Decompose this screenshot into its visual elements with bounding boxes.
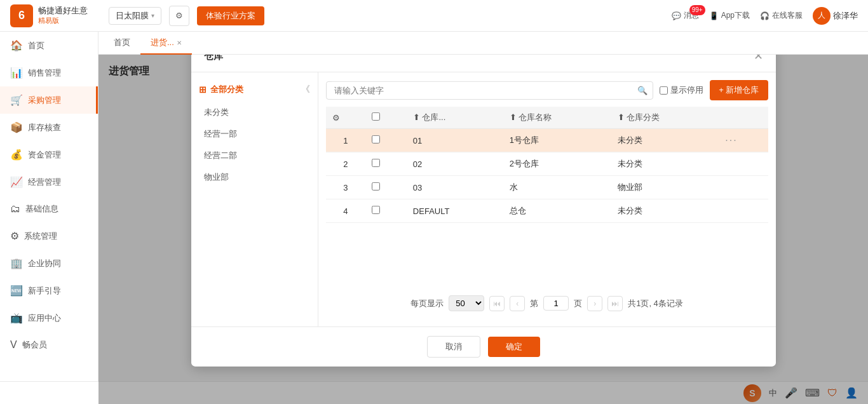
row-code: DEFAULT <box>407 199 503 222</box>
first-page-button[interactable]: ⏮ <box>489 295 505 311</box>
top-header: 6 畅捷通好生意 精易版 日太阳膜 ▾ ⚙ 体验行业方案 💬 消息 99+ 📱 … <box>0 0 868 32</box>
row-code: 03 <box>407 175 503 199</box>
user-item[interactable]: 人 徐泽华 <box>813 7 858 25</box>
row-checkbox[interactable] <box>365 128 407 152</box>
sidebar-item-guide[interactable]: 🆕新手引导 <box>0 277 98 304</box>
pagination-row: 每页显示 50 100 ⏮ ‹ 第 页 › ⏭ 共 <box>326 288 768 319</box>
finance-icon: 💰 <box>10 149 23 161</box>
col-code[interactable]: ⬆ 仓库... <box>407 107 503 129</box>
category-list: 未分类经营一部经营二部物业部 <box>191 102 318 188</box>
app-download-label: App下载 <box>721 10 750 21</box>
total-info: 共1页, 4条记录 <box>628 297 683 309</box>
row-category: 未分类 <box>611 199 719 222</box>
messages-item[interactable]: 💬 消息 99+ <box>672 10 699 21</box>
sort-icon-code: ⬆ <box>413 112 420 122</box>
sidebar-item-sales[interactable]: 📊销售管理 <box>0 59 98 86</box>
col-category[interactable]: ⬆ 仓库分类 <box>611 107 719 129</box>
category-item-未分类[interactable]: 未分类 <box>191 102 318 123</box>
row-index: 4 <box>326 199 366 222</box>
online-service-item[interactable]: 🎧 在线客服 <box>760 10 803 21</box>
inventory-icon: 📦 <box>10 121 23 133</box>
collapse-panel-button[interactable]: 《 <box>301 84 310 95</box>
col-name[interactable]: ⬆ 仓库名称 <box>503 107 611 129</box>
table-row[interactable]: 4 DEFAULT 总仓 未分类 <box>326 199 768 222</box>
sidebar-item-member[interactable]: V畅会员 <box>0 332 98 358</box>
row-more-button[interactable]: ··· <box>725 135 737 145</box>
row-category: 未分类 <box>611 128 719 152</box>
row-select-checkbox[interactable] <box>372 206 380 214</box>
tab-close-icon[interactable]: ✕ <box>177 39 182 46</box>
show-disabled-label: 显示停用 <box>670 84 703 96</box>
tab-home[interactable]: 首页 <box>104 32 140 55</box>
add-warehouse-button[interactable]: + 新增仓库 <box>710 80 768 100</box>
col-checkbox <box>365 107 407 129</box>
table-row[interactable]: 1 01 1号仓库 未分类 ··· <box>326 128 768 152</box>
show-disabled-toggle[interactable]: 显示停用 <box>660 84 703 96</box>
sidebar-item-inventory[interactable]: 📦库存核查 <box>0 114 98 141</box>
select-all-checkbox[interactable] <box>372 112 380 121</box>
sidebar-item-finance[interactable]: 💰资金管理 <box>0 141 98 168</box>
row-action <box>719 175 768 199</box>
sidebar-items: 🏠首页📊销售管理🛒采购管理📦库存核查💰资金管理📈经营管理🗂基础信息⚙系统管理🏢企… <box>0 32 98 358</box>
per-page-select[interactable]: 50 100 <box>449 295 484 311</box>
row-checkbox[interactable] <box>365 199 407 222</box>
row-index: 3 <box>326 175 366 199</box>
category-panel: ⊞ 全部分类 《 未分类经营一部经营二部物业部 <box>191 72 318 327</box>
all-categories-row[interactable]: ⊞ 全部分类 <box>199 84 243 95</box>
table-body: 1 01 1号仓库 未分类 ··· 2 02 2号仓库 未分类 3 03 水 物… <box>326 128 768 222</box>
phone-icon: 📱 <box>709 11 719 20</box>
sidebar-label-inventory: 库存核查 <box>28 122 61 133</box>
base-icon: 🗂 <box>10 203 20 215</box>
show-disabled-checkbox[interactable] <box>660 86 668 94</box>
row-category: 物业部 <box>611 175 719 199</box>
row-select-checkbox[interactable] <box>372 182 380 191</box>
prev-page-button[interactable]: ‹ <box>510 295 525 311</box>
row-checkbox[interactable] <box>365 152 407 175</box>
sidebar-item-system[interactable]: ⚙系统管理 <box>0 222 98 250</box>
tab-purchase[interactable]: 进货...✕ <box>140 32 192 55</box>
sales-icon: 📊 <box>10 67 23 79</box>
sidebar-item-apps[interactable]: 📺应用中心 <box>0 304 98 332</box>
category-item-经营二部[interactable]: 经营二部 <box>191 145 318 166</box>
warehouse-modal: 仓库 ✕ ⊞ 全部分类 《 未分类经营一部经营二部物 <box>191 55 776 367</box>
sidebar-item-purchase[interactable]: 🛒采购管理 <box>0 86 98 114</box>
category-item-经营一部[interactable]: 经营一部 <box>191 123 318 145</box>
row-checkbox[interactable] <box>365 175 407 199</box>
confirm-button[interactable]: 确定 <box>488 337 540 357</box>
settings-col-icon: ⚙ <box>332 112 340 122</box>
category-item-物业部[interactable]: 物业部 <box>191 166 318 188</box>
sort-icon-name: ⬆ <box>510 112 517 122</box>
guide-icon: 🆕 <box>10 285 23 297</box>
row-code: 02 <box>407 152 503 175</box>
row-name: 1号仓库 <box>503 128 611 152</box>
sidebar-item-base[interactable]: 🗂基础信息 <box>0 196 98 222</box>
content-area: 首页 进货...✕ 进货管理 仓库 ✕ <box>98 32 868 404</box>
branch-name: 日太阳膜 <box>116 10 149 22</box>
sidebar-label-finance: 资金管理 <box>28 149 61 161</box>
experience-button[interactable]: 体验行业方案 <box>197 6 264 25</box>
row-select-checkbox[interactable] <box>372 159 380 167</box>
row-category: 未分类 <box>611 152 719 175</box>
search-icon[interactable]: 🔍 <box>637 85 648 95</box>
row-select-checkbox[interactable] <box>372 135 380 144</box>
next-page-button[interactable]: › <box>587 295 602 311</box>
table-row[interactable]: 2 02 2号仓库 未分类 <box>326 152 768 175</box>
warehouse-table-panel: 🔍 显示停用 + 新增仓库 <box>318 72 776 327</box>
modal-close-button[interactable]: ✕ <box>754 55 763 63</box>
warehouse-table-wrapper: ⚙ ⬆ 仓库... ⬆ 仓库名称 <box>326 107 768 288</box>
last-page-button[interactable]: ⏭ <box>607 295 623 311</box>
sidebar-item-business[interactable]: 📈经营管理 <box>0 168 98 196</box>
page-input[interactable] <box>543 296 569 311</box>
sidebar-item-enterprise[interactable]: 🏢企业协同 <box>0 250 98 277</box>
settings-button[interactable]: ⚙ <box>169 6 189 26</box>
modal-footer: 取消 确定 <box>191 327 776 367</box>
sidebar-item-home[interactable]: 🏠首页 <box>0 32 98 59</box>
cancel-button[interactable]: 取消 <box>427 336 480 358</box>
messages-badge: 99+ <box>689 5 705 15</box>
search-input[interactable] <box>332 81 638 98</box>
row-name: 2号仓库 <box>503 152 611 175</box>
search-box: 🔍 <box>326 81 654 99</box>
table-row[interactable]: 3 03 水 物业部 <box>326 175 768 199</box>
branch-selector[interactable]: 日太阳膜 ▾ <box>109 7 161 25</box>
app-download-item[interactable]: 📱 App下载 <box>709 10 750 21</box>
